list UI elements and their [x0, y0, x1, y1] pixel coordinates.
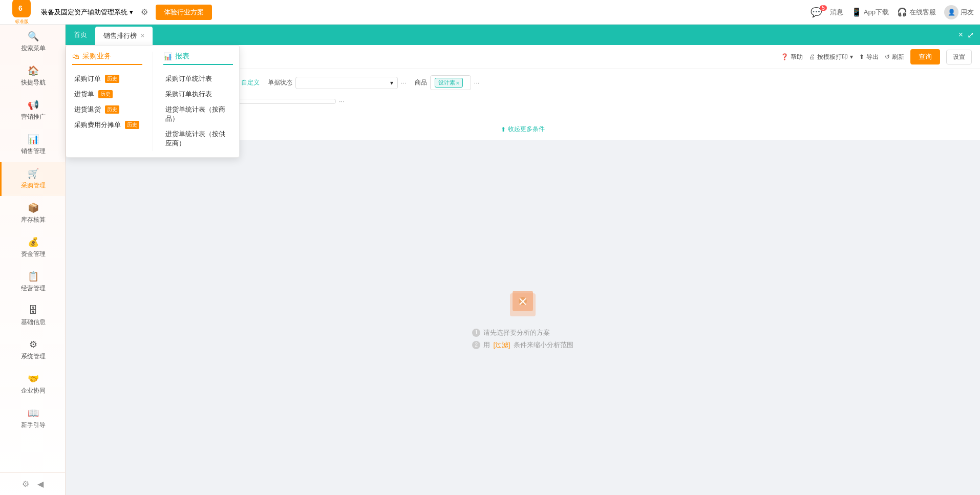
status-label: 单据状态	[268, 78, 292, 87]
empty-state: 1 请先选择要分析的方案 2 用 [过滤] 条件来缩小分析范围	[472, 283, 573, 353]
tab-home[interactable]: 首页	[66, 25, 95, 45]
sidebar-item-marketing[interactable]: 📢 营销推广	[0, 93, 65, 127]
purchase-section-label: 采购业务	[82, 52, 111, 61]
menu-item-receipt-stats-goods[interactable]: 进货单统计表（按商品）	[163, 102, 233, 126]
refresh-icon: ↺	[885, 53, 890, 60]
print-icon: 🖨	[809, 53, 815, 60]
print-dropdown-icon: ▾	[850, 53, 853, 60]
sidebar-item-guide[interactable]: 📖 新手引导	[0, 401, 65, 436]
export-button[interactable]: ⬆ 导出	[859, 53, 879, 61]
sidebar-item-search[interactable]: 🔍 搜索菜单	[0, 25, 65, 59]
system-icon: ⚙	[29, 339, 37, 350]
logo-text: 标准版	[15, 18, 29, 25]
menu-item-purchase-expense[interactable]: 采购费用分摊单 历史	[72, 117, 142, 133]
online-service-label: 在线客服	[909, 8, 936, 17]
status-control[interactable]: ▾	[295, 77, 398, 89]
settings-icon[interactable]: ⚙	[137, 5, 152, 19]
empty-hint-1: 1 请先选择要分析的方案	[472, 328, 573, 337]
tab-close-all-icon[interactable]: ×	[958, 30, 963, 39]
history-badge-return: 历史	[105, 105, 119, 114]
sales-icon: 📊	[28, 134, 39, 145]
menu-purchase-title: 🛍 采购业务	[72, 52, 142, 65]
help-label: 帮助	[791, 53, 803, 61]
sidebar-collapse-icon[interactable]: ◀	[37, 479, 44, 489]
menu-divider	[153, 52, 153, 151]
sidebar-item-inventory[interactable]: 📦 库存核算	[0, 196, 65, 230]
sidebar-bottom: ⚙ ◀	[0, 472, 65, 495]
hint-num-1: 1	[472, 329, 480, 337]
system-name-dropdown[interactable]: 装备及固定资产辅助管理系统 ▾	[41, 8, 133, 17]
goods-dots[interactable]: ···	[474, 79, 480, 87]
top-bar: 6 标准版 装备及固定资产辅助管理系统 ▾ ⚙ 体验行业方案 💬 5 消息 📱 …	[0, 0, 980, 25]
hint-text-1: 请先选择要分析的方案	[483, 328, 550, 337]
status-dots[interactable]: ···	[401, 79, 407, 87]
message-badge: 5	[820, 5, 827, 11]
print-button[interactable]: 🖨 按模板打印 ▾	[809, 53, 853, 61]
menu-item-label-receipt-stats-goods: 进货单统计表（按商品）	[165, 105, 231, 123]
goods-control[interactable]: 设计素 ×	[430, 75, 471, 90]
tab-close-icon[interactable]: ×	[141, 32, 144, 39]
sidebar-item-label-sales: 销售管理	[21, 147, 46, 156]
app-download-label: App下载	[864, 8, 889, 17]
sidebar: 🔍 搜索菜单 🏠 快捷导航 📢 营销推广 📊 销售管理 🛒 采购管理 📦	[0, 25, 66, 495]
sidebar-item-label-search: 搜索菜单	[21, 44, 46, 53]
sidebar-item-quick-nav[interactable]: 🏠 快捷导航	[0, 59, 65, 93]
menu-item-order-exec[interactable]: 采购订单执行表	[163, 87, 233, 102]
salesperson-dots[interactable]: ···	[339, 97, 345, 105]
top-bar-right: 💬 5 消息 📱 App下载 🎧 在线客服 👤 用友	[811, 5, 974, 19]
system-name-label: 装备及固定资产辅助管理系统	[41, 8, 127, 17]
operations-icon: 📋	[28, 271, 39, 282]
tab-sales-ranking[interactable]: 销售排行榜 ×	[95, 27, 153, 45]
sidebar-item-base-info[interactable]: 🗄 基础信息	[0, 299, 65, 333]
headset-icon: 🎧	[897, 7, 907, 17]
sidebar-item-label-cooperation: 企业协同	[21, 386, 46, 395]
menu-item-purchase-order[interactable]: 采购订单 历史	[72, 71, 142, 87]
app-download-item[interactable]: 📱 App下载	[851, 7, 889, 17]
sidebar-settings-icon[interactable]: ⚙	[22, 479, 29, 489]
hint-num-2: 2	[472, 341, 480, 349]
industry-button[interactable]: 体验行业方案	[156, 5, 212, 20]
sidebar-item-system[interactable]: ⚙ 系统管理	[0, 333, 65, 367]
sidebar-item-label-operations: 经营管理	[21, 284, 46, 293]
date-shortcut-custom[interactable]: 自定义	[241, 78, 260, 87]
hint-text-2-prefix: 用	[483, 340, 490, 350]
settings-button[interactable]: 设置	[946, 50, 972, 64]
refresh-button[interactable]: ↺ 刷新	[885, 53, 904, 61]
user-label: 用友	[961, 8, 974, 17]
status-chevron-icon: ▾	[390, 79, 393, 87]
menu-item-order-stats[interactable]: 采购订单统计表	[163, 71, 233, 87]
sidebar-item-sales[interactable]: 📊 销售管理	[0, 127, 65, 162]
menu-item-purchase-receipt[interactable]: 进货单 历史	[72, 87, 142, 102]
sidebar-item-finance[interactable]: 💰 资金管理	[0, 230, 65, 265]
inventory-icon: 📦	[28, 202, 39, 213]
menu-report-section: 📊 报表 采购订单统计表 采购订单执行表 进货单统计表（按商品） 进货单统计表（…	[163, 52, 233, 151]
logo-area: 6 标准版	[6, 0, 37, 25]
user-item[interactable]: 👤 用友	[944, 5, 974, 19]
help-button[interactable]: ❓ 帮助	[781, 53, 803, 61]
menu-item-label-order-stats: 采购订单统计表	[165, 74, 212, 83]
goods-tag: 设计素 ×	[435, 78, 463, 88]
help-icon: ❓	[781, 53, 789, 60]
sidebar-item-label-inventory: 库存核算	[21, 216, 46, 224]
sidebar-item-operations[interactable]: 📋 经营管理	[0, 265, 65, 299]
sidebar-item-purchase[interactable]: 🛒 采购管理	[0, 162, 65, 196]
query-button[interactable]: 查询	[910, 49, 940, 64]
status-filter: 单据状态 ▾ ···	[268, 77, 407, 89]
sidebar-item-cooperation[interactable]: 🤝 企业协同	[0, 367, 65, 401]
salesperson-control[interactable]	[233, 99, 336, 104]
online-service-item[interactable]: 🎧 在线客服	[897, 7, 936, 17]
menu-item-receipt-stats-supplier[interactable]: 进货单统计表（按供应商）	[163, 126, 233, 151]
tab-expand-icon[interactable]: ⤢	[967, 30, 974, 40]
message-icon-item[interactable]: 💬 5 消息	[811, 7, 843, 18]
phone-icon: 📱	[851, 7, 862, 17]
message-label: 消息	[830, 8, 843, 17]
hint-text-2-highlight: [过滤]	[493, 340, 510, 350]
history-badge-purchase-order: 历史	[105, 75, 119, 83]
goods-tag-close-icon[interactable]: ×	[456, 80, 459, 86]
goods-filter: 商品 设计素 × ···	[415, 75, 480, 90]
tab-bar: 首页 销售排行榜 × × ⤢	[66, 25, 980, 45]
menu-item-purchase-return[interactable]: 进货退货 历史	[72, 102, 142, 117]
export-label: 导出	[866, 53, 879, 61]
report-section-label: 报表	[175, 52, 189, 61]
tab-sales-ranking-label: 销售排行榜	[103, 31, 137, 40]
